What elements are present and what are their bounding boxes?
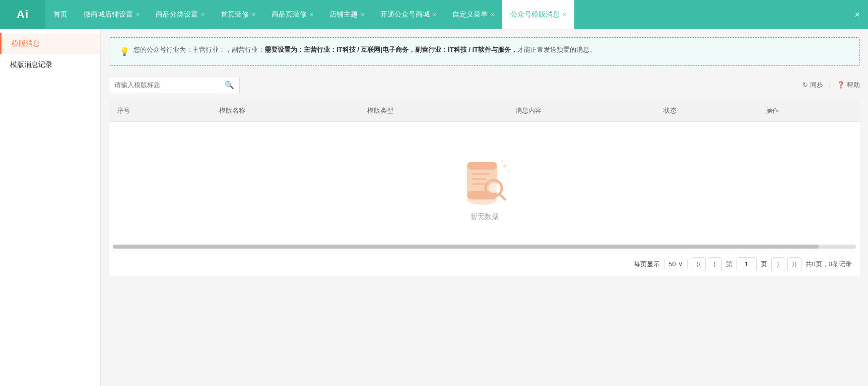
scrollbar-track[interactable] [113, 245, 856, 249]
page-size-label: 每页显示 [634, 260, 660, 269]
sidebar-item-template-message[interactable]: 模版消息 [0, 33, 100, 54]
nav-tab-product-decor[interactable]: 商品页装修× [263, 0, 321, 29]
nav-tab-label: 微商城店铺设置 [84, 10, 133, 19]
svg-rect-5 [472, 178, 486, 180]
total-label: 共0页，0条记录 [806, 260, 852, 269]
nav-tab-label: 商品分类设置 [156, 10, 198, 19]
search-icon[interactable]: 🔍 [225, 81, 234, 90]
svg-rect-2 [467, 162, 497, 170]
svg-line-9 [499, 194, 505, 199]
app-logo: Ai [0, 0, 45, 29]
divider: | [829, 81, 831, 89]
pagination: 每页显示 50 ∨ ⟨⟨ ⟨ 第 页 ⟩ ⟩⟩ 共0页，0条记录 [109, 252, 860, 276]
svg-point-10 [503, 165, 506, 168]
page-size-value: 50 [669, 260, 676, 268]
nav-tab-close-open-mall[interactable]: × [433, 12, 436, 18]
th-type: 模版类型 [359, 100, 507, 122]
page-size-select[interactable]: 50 ∨ [664, 259, 687, 269]
next-page-button[interactable]: ⟩ [771, 257, 785, 271]
nav-tab-shop-theme[interactable]: 店铺主题× [321, 0, 372, 29]
nav-tab-close-product-category[interactable]: × [201, 12, 205, 18]
help-icon: ❓ [837, 81, 845, 89]
nav-tab-product-category[interactable]: 商品分类设置× [148, 0, 213, 29]
nav-tab-close-product-decor[interactable]: × [310, 12, 313, 18]
scrollbar-thumb[interactable] [113, 245, 819, 249]
sidebar-item-template-message-record[interactable]: 模版消息记录 [0, 54, 100, 75]
help-button[interactable]: ❓ 帮助 [837, 81, 860, 90]
nav-tab-label: 首页装修 [221, 10, 249, 19]
page-word: 第 [726, 260, 732, 269]
notice-icon: 💡 [119, 45, 129, 58]
svg-point-12 [501, 160, 503, 162]
search-input-wrap[interactable]: 🔍 [109, 76, 240, 94]
empty-text: 暂无数据 [471, 212, 499, 221]
nav-tab-open-mall[interactable]: 开通公众号商城× [372, 0, 444, 29]
nav-tab-close-home-decor[interactable]: × [252, 12, 255, 18]
nav-tab-label: 商品页装修 [272, 10, 307, 19]
chevron-down-icon: ∨ [678, 260, 683, 268]
data-table: 序号模版名称模版类型消息内容状态操作 [109, 100, 860, 242]
close-all-button[interactable]: × [846, 0, 868, 29]
nav-tab-label: 自定义菜单 [452, 10, 488, 19]
table-wrapper: 序号模版名称模版类型消息内容状态操作 [109, 100, 860, 276]
notice-box: 💡 您的公众号行业为：主营行业：，副营行业：需要设置为：主营行业：IT科技 / … [109, 37, 860, 66]
prev-page-button[interactable]: ⟨ [708, 257, 722, 271]
nav-tab-close-shop-theme[interactable]: × [361, 12, 364, 18]
empty-illustration [454, 152, 515, 212]
main-layout: 模版消息模版消息记录 💡 您的公众号行业为：主营行业：，副营行业：需要设置为：主… [0, 29, 868, 386]
nav-tab-weshop-settings[interactable]: 微商城店铺设置× [76, 0, 148, 29]
page-navigation: ⟨⟨ ⟨ 第 页 ⟩ ⟩⟩ [692, 257, 802, 271]
nav-tab-home-decor[interactable]: 首页装修× [213, 0, 263, 29]
svg-point-11 [508, 170, 510, 172]
page-unit: 页 [761, 260, 767, 269]
notice-text: 您的公众号行业为：主营行业：，副营行业：需要设置为：主营行业：IT科技 / 互联… [133, 45, 596, 55]
nav-tab-template-msg[interactable]: 公众号模版消息× [502, 0, 574, 29]
svg-point-8 [489, 183, 499, 193]
th-seq: 序号 [109, 100, 211, 122]
help-label: 帮助 [847, 81, 860, 90]
sync-label: 同步 [810, 81, 823, 90]
nav-tab-home[interactable]: 首页 [45, 0, 76, 29]
sidebar: 模版消息模版消息记录 [0, 29, 101, 386]
nav-tabs-container: 首页微商城店铺设置×商品分类设置×首页装修×商品页装修×店铺主题×开通公众号商城… [45, 0, 846, 29]
table-header-row: 序号模版名称模版类型消息内容状态操作 [109, 100, 860, 122]
first-page-button[interactable]: ⟨⟨ [692, 257, 706, 271]
sync-icon: ↻ [803, 81, 808, 89]
empty-row: 暂无数据 [109, 121, 860, 242]
nav-tab-label: 首页 [53, 10, 68, 19]
th-name: 模版名称 [211, 100, 359, 122]
last-page-button[interactable]: ⟩⟩ [787, 257, 802, 271]
nav-tab-label: 开通公众号商城 [380, 10, 430, 19]
nav-tab-close-custom-menu[interactable]: × [491, 12, 494, 18]
toolbar-right: ↻ 同步 | ❓ 帮助 [803, 81, 860, 90]
search-input[interactable] [114, 81, 225, 89]
sync-button[interactable]: ↻ 同步 [803, 81, 823, 90]
th-action: 操作 [758, 100, 860, 122]
search-bar: 🔍 ↻ 同步 | ❓ 帮助 [109, 76, 860, 94]
th-status: 状态 [655, 100, 758, 122]
page-number-input[interactable] [737, 257, 757, 271]
table-header: 序号模版名称模版类型消息内容状态操作 [109, 100, 860, 122]
svg-rect-4 [472, 173, 490, 175]
nav-tab-close-weshop-settings[interactable]: × [136, 12, 140, 18]
top-navigation: Ai 首页微商城店铺设置×商品分类设置×首页装修×商品页装修×店铺主题×开通公众… [0, 0, 868, 29]
table-body: 暂无数据 [109, 121, 860, 242]
horizontal-scrollbar[interactable] [109, 242, 860, 252]
nav-tab-close-template-msg[interactable]: × [563, 12, 566, 18]
nav-tab-custom-menu[interactable]: 自定义菜单× [444, 0, 502, 29]
th-content: 消息内容 [507, 100, 655, 122]
nav-tab-label: 公众号模版消息 [510, 10, 560, 19]
content-area: 💡 您的公众号行业为：主营行业：，副营行业：需要设置为：主营行业：IT科技 / … [101, 29, 868, 386]
nav-tab-label: 店铺主题 [329, 10, 358, 19]
empty-state: 暂无数据 [109, 122, 860, 242]
